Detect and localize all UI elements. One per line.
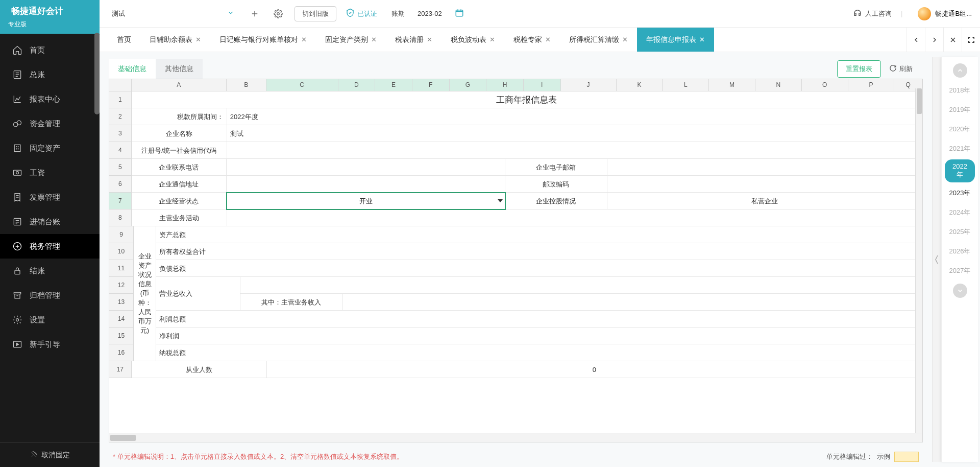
nav-ledger[interactable]: 总账 xyxy=(0,62,100,87)
year-down-button[interactable] xyxy=(953,284,967,298)
cell-value[interactable]: 0 xyxy=(267,361,922,378)
close-icon[interactable]: ✕ xyxy=(301,36,307,43)
row-header[interactable]: 15 xyxy=(109,328,134,344)
cell-label[interactable]: 其中：主营业务收入 xyxy=(240,294,342,311)
user-menu[interactable]: 畅捷通B组... xyxy=(918,7,972,20)
cell-value[interactable]: 测试 xyxy=(227,125,922,142)
year-item[interactable]: 2021年 xyxy=(942,139,978,158)
cell-label[interactable]: 负债总额 xyxy=(156,260,922,277)
cell-label[interactable]: 从业人数 xyxy=(132,361,267,378)
nav-invoice[interactable]: 发票管理 xyxy=(0,185,100,209)
tab[interactable]: 首页 xyxy=(108,28,140,52)
cell-value[interactable] xyxy=(227,176,505,193)
reset-report-button[interactable]: 重置报表 xyxy=(837,60,881,78)
calendar-icon[interactable] xyxy=(455,8,464,19)
cell-value[interactable] xyxy=(607,159,922,176)
nav-settings[interactable]: 设置 xyxy=(0,308,100,332)
nav-archive[interactable]: 归档管理 xyxy=(0,283,100,308)
tabs-prev-button[interactable] xyxy=(906,28,925,52)
merged-asset-label[interactable]: 企业资产状况信息(币种：人民币万元) xyxy=(134,226,156,361)
nav-guide[interactable]: 新手引导 xyxy=(0,332,100,357)
sidebar-scrollbar[interactable] xyxy=(94,33,100,114)
cell-value[interactable] xyxy=(227,142,922,159)
business-status-dropdown[interactable]: 开业 xyxy=(227,193,505,209)
column-header[interactable]: O xyxy=(802,79,848,91)
cell-label[interactable]: 企业经营状态 xyxy=(132,193,227,209)
company-selector[interactable]: 测试 xyxy=(108,7,238,20)
cell-value[interactable] xyxy=(227,209,922,226)
cell-label[interactable]: 所有者权益合计 xyxy=(156,243,922,260)
tab[interactable]: 税表清册✕ xyxy=(386,28,442,52)
cell-value[interactable] xyxy=(240,277,922,294)
row-header[interactable]: 14 xyxy=(109,311,134,328)
select-all-corner[interactable] xyxy=(109,79,132,91)
cell-label[interactable]: 企业通信地址 xyxy=(132,176,227,193)
row-header[interactable]: 17 xyxy=(109,361,132,378)
column-header[interactable]: G xyxy=(450,79,487,91)
close-icon[interactable]: ✕ xyxy=(427,36,432,43)
row-header[interactable]: 13 xyxy=(109,294,134,311)
year-up-button[interactable] xyxy=(953,63,967,78)
nav-salary[interactable]: 工资 xyxy=(0,160,100,185)
switch-old-version-button[interactable]: 切到旧版 xyxy=(295,6,336,21)
column-header[interactable]: D xyxy=(338,79,376,91)
column-header[interactable]: F xyxy=(412,79,450,91)
year-item[interactable]: 2026年 xyxy=(942,242,978,261)
cell-value[interactable]: 2022年度 xyxy=(227,108,922,125)
row-header[interactable]: 10 xyxy=(109,243,134,260)
nav-funds[interactable]: 资金管理 xyxy=(0,111,100,136)
close-icon[interactable]: ✕ xyxy=(622,36,628,43)
tab[interactable]: 税负波动表✕ xyxy=(442,28,504,52)
tab[interactable]: 所得税汇算清缴✕ xyxy=(560,28,637,52)
cell-label[interactable]: 企业联系电话 xyxy=(132,159,227,176)
tab[interactable]: 日记账与银行对账单核对✕ xyxy=(210,28,316,52)
cell-label[interactable]: 纳税总额 xyxy=(156,344,922,361)
column-header[interactable]: L xyxy=(663,79,709,91)
vertical-scrollbar[interactable] xyxy=(915,88,922,433)
row-header[interactable]: 6 xyxy=(109,176,132,193)
row-header[interactable]: 12 xyxy=(109,277,134,294)
column-header[interactable]: B xyxy=(227,79,266,91)
sidebar-unpin[interactable]: 取消固定 xyxy=(0,442,100,467)
row-header[interactable]: 7 xyxy=(109,193,132,209)
horizontal-scrollbar[interactable] xyxy=(109,433,922,442)
nav-close[interactable]: 结账 xyxy=(0,259,100,283)
tabs-close-button[interactable] xyxy=(943,28,962,52)
column-header[interactable]: A xyxy=(132,79,227,91)
refresh-button[interactable]: 刷新 xyxy=(889,64,913,74)
period-value[interactable]: 2023-02 xyxy=(414,7,446,20)
tab[interactable]: 税检专家✕ xyxy=(504,28,560,52)
cell-label[interactable]: 利润总额 xyxy=(156,311,922,328)
row-header[interactable]: 16 xyxy=(109,344,134,361)
tabs-fullscreen-button[interactable] xyxy=(962,28,980,52)
tab[interactable]: 固定资产类别✕ xyxy=(316,28,386,52)
cell-label[interactable]: 资产总额 xyxy=(156,226,922,243)
cell-value[interactable] xyxy=(607,176,922,193)
add-button[interactable] xyxy=(248,7,262,21)
cell-label[interactable]: 营业总收入 xyxy=(156,277,240,311)
row-header[interactable]: 11 xyxy=(109,260,134,277)
cell-label[interactable]: 邮政编码 xyxy=(505,176,607,193)
row-header[interactable]: 8 xyxy=(109,209,132,226)
year-item[interactable]: 2023年 xyxy=(942,183,978,203)
nav-home[interactable]: 首页 xyxy=(0,38,100,62)
cell-label[interactable]: 税款所属期间： xyxy=(132,108,227,125)
cell-label[interactable]: 主营业务活动 xyxy=(132,209,227,226)
cell-label[interactable]: 企业控股情况 xyxy=(505,193,607,209)
column-header[interactable]: N xyxy=(755,79,802,91)
sheet-title[interactable]: 工商年报信息表 xyxy=(132,91,922,108)
close-icon[interactable]: ✕ xyxy=(545,36,551,43)
tab[interactable]: 目辅助余额表✕ xyxy=(140,28,210,52)
column-header[interactable]: I xyxy=(524,79,561,91)
column-header[interactable]: J xyxy=(561,79,617,91)
row-header[interactable]: 4 xyxy=(109,142,132,159)
close-icon[interactable]: ✕ xyxy=(195,36,201,43)
cell-label[interactable]: 企业电子邮箱 xyxy=(505,159,607,176)
settings-button[interactable] xyxy=(271,7,285,21)
row-header[interactable]: 2 xyxy=(109,108,132,125)
column-header[interactable]: P xyxy=(848,79,895,91)
nav-tax[interactable]: 税务管理 xyxy=(0,234,100,259)
tab[interactable]: 年报信息申报表✕ xyxy=(637,28,714,52)
year-item[interactable]: 2027年 xyxy=(942,261,978,281)
column-header[interactable]: M xyxy=(709,79,755,91)
